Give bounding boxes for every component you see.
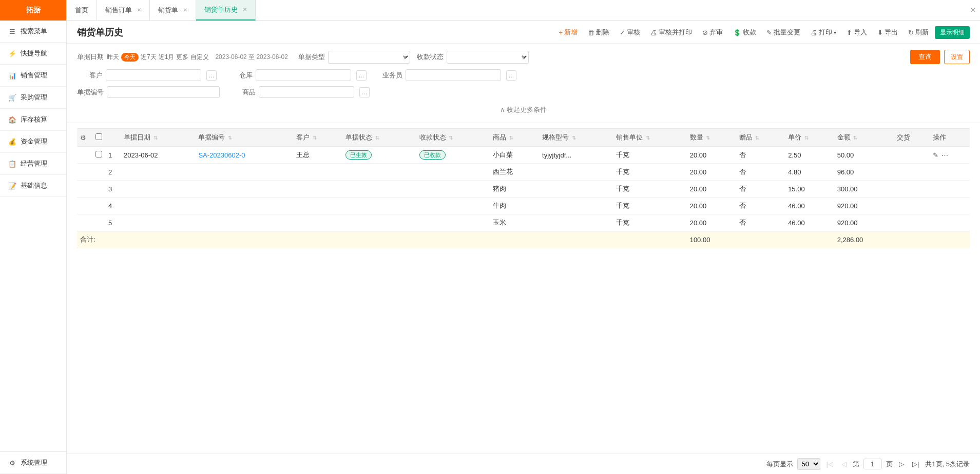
tab-sales-goods-close[interactable]: ✕ [183,7,187,13]
tab-home[interactable]: 首页 [67,0,97,21]
delete-button[interactable]: 🗑 删除 [584,26,613,39]
doc-date-col-header[interactable]: 单据日期 ⇅ [121,129,195,147]
row-doc-date [121,181,195,198]
sidebar-item-sys-mgmt[interactable]: ⚙ 系统管理 [0,451,66,474]
collect-status-col-header[interactable]: 收款状态 ⇅ [416,129,490,147]
date-shortcut-1month[interactable]: 近1月 [159,53,175,62]
salesperson-input[interactable] [406,69,501,81]
tab-home-label: 首页 [75,6,88,15]
tab-sales-goods-history[interactable]: 销货单历史 ✕ [196,0,256,21]
tab-sales-order[interactable]: 销售订单 ✕ [97,0,150,21]
collapse-bar[interactable]: ∧ 收起更多条件 [77,103,970,116]
sidebar-item-finance-mgmt[interactable]: 💰 资金管理 [0,131,66,153]
customer-input[interactable] [106,69,201,81]
row-collect-status [416,198,490,214]
transaction-col-header: 交货 [894,129,930,147]
sidebar-item-sales-mgmt[interactable]: 📊 销售管理 [0,65,66,87]
collapse-icon: ∧ [500,106,505,113]
import-button[interactable]: ⬆ 导入 [842,26,871,39]
batch-change-button[interactable]: ✎ 批量变更 [762,26,804,39]
next-page-btn[interactable]: ▷ [897,459,906,469]
row-customer [293,181,342,198]
row-collect-status [416,214,490,231]
sidebar-item-ops-mgmt[interactable]: 📋 经营管理 [0,153,66,175]
collect-status-select[interactable] [447,51,529,64]
row-goods: 牛肉 [490,198,539,214]
row-ops [930,164,970,181]
audit-print-icon: 🖨 [650,29,657,36]
export-button[interactable]: ⬇ 导出 [873,26,902,39]
date-shortcut-more[interactable]: 更多 [176,53,188,62]
row-select-checkbox[interactable] [95,151,102,157]
date-shortcut-7days[interactable]: 近7天 [141,53,157,62]
tab-sales-goods-history-close[interactable]: ✕ [243,7,247,12]
table-row: 2 西兰花 千克 20.00 否 4.80 96.00 [77,164,970,181]
prev-page-btn[interactable]: ◁ [839,459,849,469]
row-num: 1 [105,147,121,164]
amount-col-header[interactable]: 金额 ⇅ [834,129,894,147]
first-page-btn[interactable]: |◁ [824,459,835,469]
row-doc-no[interactable]: SA-20230602-0 [195,147,293,164]
doc-no-input[interactable] [107,86,220,98]
main-content: 首页 销售订单 ✕ 销货单 ✕ 销货单历史 ✕ ✕ 销货单历史 + 新增 [67,0,980,474]
unit-col-header[interactable]: 销售单位 ⇅ [613,129,687,147]
show-detail-button[interactable]: 显示明细 [935,26,970,39]
abandon-button[interactable]: ⊘ 弃审 [698,26,727,39]
row-edit-btn[interactable]: ✎ [933,151,938,159]
date-shortcut-custom[interactable]: 自定义 [190,53,209,62]
sidebar-item-quick-nav[interactable]: ⚡ 快捷导航 [0,43,66,65]
row-unit-price: 46.00 [785,214,834,231]
goods-ellipsis[interactable]: ... [359,87,370,97]
doc-no-col-header[interactable]: 单据编号 ⇅ [195,129,293,147]
table-footer-row: 合计: 100.00 2,286.00 [77,231,970,248]
query-button[interactable]: 查询 [910,50,940,64]
table-settings-icon[interactable]: ⚙ [80,134,86,142]
set-button[interactable]: 设置 [944,50,970,64]
collect-button[interactable]: 💲 收款 [729,26,760,39]
goods-col-header[interactable]: 商品 ⇅ [490,129,539,147]
goods-input[interactable] [259,86,354,98]
customer-label: 客户 [77,71,103,80]
last-page-btn[interactable]: ▷| [910,459,921,469]
current-page-input[interactable] [863,459,882,469]
row-num: 2 [105,164,121,181]
date-shortcut-today[interactable]: 今天 [121,53,139,62]
unit-price-col-header[interactable]: 单价 ⇅ [785,129,834,147]
filter-row-3: 单据编号 商品 ... [77,86,970,98]
sidebar-item-search-menu[interactable]: ☰ 搜索菜单 [0,21,66,43]
salesperson-ellipsis[interactable]: ... [506,70,516,81]
ops-col-label: 操作 [933,133,946,141]
customer-col-header[interactable]: 客户 ⇅ [293,129,342,147]
doc-type-select[interactable] [328,51,410,64]
tab-sales-goods[interactable]: 销货单 ✕ [150,0,196,21]
qty-col-header[interactable]: 数量 ⇅ [687,129,736,147]
tab-bar-collapse[interactable]: ✕ [970,6,980,14]
customer-ellipsis[interactable]: ... [206,70,217,81]
print-button[interactable]: 🖨 打印 ▾ [806,26,840,39]
doc-date-sort-icon: ⇅ [153,135,158,141]
warehouse-input[interactable] [256,69,351,81]
gift-col-header[interactable]: 赠品 ⇅ [736,129,785,147]
refresh-button[interactable]: ↻ 刷新 [904,26,933,39]
settings-col-header[interactable]: ⚙ [77,129,92,147]
sidebar-item-purchase-mgmt[interactable]: 🛒 采购管理 [0,87,66,109]
audit-label: 审核 [627,28,640,37]
export-icon: ⬇ [877,29,883,36]
unit-sort-icon: ⇅ [646,135,650,141]
row-doc-date [121,164,195,181]
doc-status-badge: 已生效 [345,150,372,160]
doc-status-col-header[interactable]: 单据状态 ⇅ [342,129,416,147]
sidebar-item-inventory[interactable]: 🏠 库存核算 [0,109,66,131]
tab-sales-order-close[interactable]: ✕ [137,7,141,13]
row-more-btn[interactable]: ⋯ [941,151,948,159]
sidebar-item-label: 销售管理 [21,71,47,80]
per-page-select[interactable]: 50 [797,458,820,470]
sidebar-item-basic-info[interactable]: 📝 基础信息 [0,175,66,197]
select-all-checkbox[interactable] [95,133,102,140]
spec-col-header[interactable]: 规格型号 ⇅ [539,129,613,147]
warehouse-ellipsis[interactable]: ... [356,70,367,81]
audit-print-button[interactable]: 🖨 审核并打印 [646,26,696,39]
new-button[interactable]: + 新增 [554,26,582,39]
audit-button[interactable]: ✓ 审核 [616,26,644,39]
date-shortcut-yesterday[interactable]: 昨天 [107,53,119,62]
